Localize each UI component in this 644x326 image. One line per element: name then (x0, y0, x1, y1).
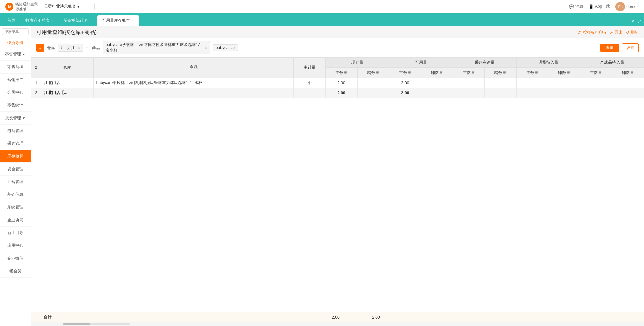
sidebar-item-wholesale[interactable]: 批发管理 ▼ (0, 112, 31, 125)
sidebar-item-retail-arrow: ▲ (22, 52, 26, 56)
sidebar-item-apps[interactable]: 应用中心 (0, 239, 31, 252)
message-btn[interactable]: 💬 消息 (569, 4, 583, 9)
tab-order-label: 要货单统计表 (64, 18, 88, 24)
refresh-btn[interactable]: ↺ 刷新 (626, 30, 639, 35)
app-download-btn[interactable]: 📱 App下载 (589, 4, 610, 9)
tab-home-label: 首页 (7, 18, 15, 24)
col-warehouse: 仓库 (41, 58, 94, 78)
sidebar-nav-btn[interactable]: 快捷导航 (0, 38, 31, 48)
table-footer: 合计 2.00 2.00 (31, 312, 644, 322)
app-label: App下载 (595, 4, 610, 9)
sidebar-item-inventory-label: 库存核算 (7, 153, 23, 159)
tab-available-close[interactable]: × (132, 19, 134, 22)
warehouse-tag-close[interactable]: × (78, 46, 80, 50)
setting-button[interactable]: 设置 (622, 43, 639, 52)
sidebar-item-wechat-label: 企业微信 (7, 255, 23, 261)
col-production-main: 主数量 (580, 68, 612, 78)
filter-row: » 仓库 江北门店 × ··· 商品 babycare学饮杯 儿童防摔防撞吸管杯… (31, 38, 644, 57)
sidebar-item-retail-stats[interactable]: 零售统计 (0, 99, 31, 112)
sidebar-item-enterprise-label: 企业协同 (7, 217, 23, 223)
export-label: 导出 (614, 30, 623, 35)
sidebar-item-guide[interactable]: 新手引导 (0, 227, 31, 239)
sidebar-item-purchase-label: 采购管理 (7, 141, 23, 146)
print-icon: 🖨 (578, 30, 582, 35)
main-layout: 快捷导航 零售管理 ▲ 零售商城 营销推广 会员中心 零售统计 批发管理 ▼ 电… (0, 26, 644, 326)
sidebar-item-member[interactable]: 会员中心 (0, 86, 31, 99)
message-icon: 💬 (569, 4, 574, 9)
sidebar-item-ecommerce[interactable]: 电商管理 (0, 125, 31, 137)
top-bar-right: 💬 消息 📱 App下载 Ea demo2 (569, 2, 639, 11)
sidebar-item-basic-label: 基础信息 (7, 192, 23, 197)
product-tag-close[interactable]: × (205, 46, 207, 50)
product-tag2-close[interactable]: × (233, 46, 235, 50)
tab-order[interactable]: 要货单统计表 × (59, 15, 97, 26)
warehouse-tag-text: 江北门店 (61, 45, 77, 51)
print-arrow: ▾ (604, 30, 606, 35)
col-available-group: 可用量 (389, 58, 453, 68)
sidebar-item-inventory[interactable]: 库存核算 (0, 150, 31, 163)
sidebar-search-input[interactable] (2, 28, 29, 35)
sidebar-item-member-label: 会员中心 (7, 90, 23, 95)
query-button[interactable]: 查询 (600, 44, 619, 52)
table-area: ⚙ 仓库 商品 主计量 现存量 可用量 采购在途量 进货待入量 产成品待入量 主… (31, 57, 644, 312)
footer-available-main: 2.00 (366, 315, 386, 320)
username: demo2 (626, 4, 639, 9)
sidebar-item-operation[interactable]: 经营管理 (0, 176, 31, 188)
sidebar-item-guide-label: 新手引导 (7, 230, 23, 236)
footer-stock-main: 2.00 (326, 315, 346, 320)
sidebar-item-system[interactable]: 系统管理 (0, 201, 31, 214)
warehouse-more[interactable]: ··· (86, 45, 89, 50)
sidebar-item-retail[interactable]: 零售管理 ▲ (0, 48, 31, 61)
col-purchase-aux: 辅数量 (485, 68, 517, 78)
data-table: ⚙ 仓库 商品 主计量 现存量 可用量 采购在途量 进货待入量 产成品待入量 主… (31, 57, 644, 98)
page-header-actions: 🖨 按模板打印 ▾ ↗ 导出 ↺ 刷新 (578, 30, 639, 35)
sidebar-item-wholesale-label: 批发管理 (5, 115, 21, 121)
export-btn[interactable]: ↗ 导出 (610, 30, 623, 35)
tab-expand-btn[interactable]: ⤢ (637, 19, 641, 24)
content-area: 可用量查询(按仓库+商品) 🖨 按模板打印 ▾ ↗ 导出 ↺ 刷新 (31, 26, 644, 326)
col-production-group: 产成品待入量 (580, 58, 644, 68)
filter-expand-btn[interactable]: » (36, 44, 44, 52)
sidebar-item-marketing[interactable]: 营销推广 (0, 74, 31, 86)
col-settings: ⚙ (31, 58, 41, 78)
col-incoming-main: 主数量 (517, 68, 548, 78)
tab-available[interactable]: 可用量库存账本 × (97, 15, 139, 26)
company-selector[interactable]: 母婴行业演示账套 ▾ (41, 3, 95, 10)
table-row: 1江北门店babycare学饮杯 儿童防摔防撞吸管杯重力球吸嘴杯宝宝水杯个2.0… (31, 78, 644, 88)
top-bar-left: 畅 畅捷通好生意 标准版 母婴行业演示账套 ▾ (5, 2, 95, 12)
export-icon: ↗ (610, 30, 613, 35)
scroll-track[interactable] (63, 323, 130, 325)
print-btn[interactable]: 🖨 按模板打印 ▾ (578, 30, 606, 35)
sidebar-item-wechat[interactable]: 企业微信 (0, 252, 31, 265)
sidebar-item-marketing-label: 营销推广 (7, 77, 23, 83)
avatar: Ea (615, 2, 625, 11)
sidebar-item-enterprise[interactable]: 企业协同 (0, 214, 31, 227)
sidebar-item-basic[interactable]: 基础信息 (0, 188, 31, 201)
sidebar-item-purchase[interactable]: 采购管理 (0, 137, 31, 150)
sidebar-item-finance[interactable]: 资金管理 (0, 163, 31, 176)
sidebar-item-member2[interactable]: 畅会员 (0, 265, 31, 278)
logo-text: 畅捷通好生意 (15, 2, 38, 7)
product-tag2-text: babyca... (216, 45, 232, 50)
sidebar-item-retail-mall-label: 零售商城 (7, 64, 23, 70)
filter-right: 查询 设置 (600, 43, 639, 52)
product-tag2: babyca... × (213, 44, 238, 51)
tab-order-close[interactable]: × (90, 19, 92, 22)
sidebar-item-member2-label: 畅会员 (9, 268, 21, 274)
product-tag-text: babycare学饮杯 儿童防摔防撞吸管杯重力球吸嘴杯宝宝水杯 (106, 42, 204, 53)
footer-label: 合计 (44, 314, 70, 320)
sidebar-item-finance-label: 资金管理 (7, 166, 23, 172)
col-purchase-group: 采购在途量 (453, 58, 517, 68)
warehouse-label: 仓库 (47, 45, 55, 51)
tab-receive[interactable]: 收发存汇总表 × (21, 15, 58, 26)
sidebar-item-retail-mall[interactable]: 零售商城 (0, 61, 31, 74)
scroll-thumb[interactable] (63, 323, 90, 325)
tab-bar: 首页 收发存汇总表 × 要货单统计表 × 可用量库存账本 × × ⤢ (0, 13, 644, 26)
tab-close-all-btn[interactable]: × (631, 19, 634, 24)
app-icon: 📱 (589, 4, 594, 9)
print-label: 按模板打印 (583, 30, 603, 35)
tab-receive-close[interactable]: × (52, 19, 54, 22)
tab-home[interactable]: 首页 (3, 15, 20, 26)
col-stock-group: 现存量 (326, 58, 389, 68)
user-menu[interactable]: Ea demo2 (615, 2, 639, 11)
